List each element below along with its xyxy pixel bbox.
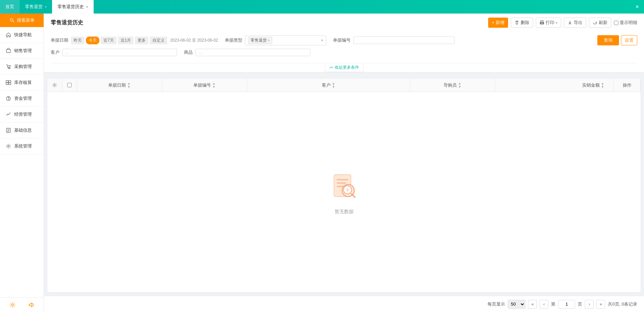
goods-label: 商品 <box>184 49 193 55</box>
page-header: 零售退货历史 + 新增 删除 打印 ▾ <box>44 14 644 72</box>
info-icon <box>5 127 11 133</box>
window-close-button[interactable]: × <box>630 0 644 14</box>
tab-retail-return-history-close[interactable]: × <box>86 5 88 9</box>
sidebar-item-system[interactable]: 系统管理 <box>0 138 44 154</box>
table-area: 单据日期 ▲▼ 单据编号 ▲▼ 客户 ▲▼ 导购员 ▲▼ <box>47 79 641 292</box>
tab-home-label: 首页 <box>5 4 14 10</box>
customer-placeholder: ... <box>65 50 69 55</box>
purchase-icon <box>5 64 11 70</box>
sidebar-nav: 快捷导航 销售管理 采购管理 库存核算 <box>0 27 44 297</box>
svg-rect-17 <box>541 21 543 22</box>
sidebar-item-basic-info[interactable]: 基础信息 <box>0 122 44 138</box>
sidebar-bottom <box>0 297 44 312</box>
th-amount[interactable]: 实销金额 ▲▼ <box>573 79 614 92</box>
refresh-button[interactable]: 刷新 <box>589 18 611 28</box>
pagination-bar: 每页显示 20 50 100 « ‹ 第 页 › » 共0页, 0条记录 <box>44 296 644 312</box>
sidebar-item-purchase-label: 采购管理 <box>14 64 32 70</box>
page-size-select[interactable]: 20 50 100 <box>508 300 525 309</box>
date-range-display: 2023-06-02 至 2023-06-02 <box>170 38 218 43</box>
date-btn-today[interactable]: 今天 <box>86 37 99 44</box>
svg-rect-2 <box>6 49 10 52</box>
tab-home[interactable]: 首页 <box>0 0 20 14</box>
table-header: 单据日期 ▲▼ 单据编号 ▲▼ 客户 ▲▼ 导购员 ▲▼ <box>47 79 641 92</box>
voucher-type-tag-remove[interactable]: × <box>268 38 270 42</box>
voucher-type-tag: 零售退货 × <box>248 37 272 44</box>
sidebar-item-quick-nav-label: 快捷导航 <box>14 32 32 38</box>
sidebar-item-system-label: 系统管理 <box>14 143 32 149</box>
filter-area: 单据日期 昨天 今天 近7天 近1月 更多 自定义 2023-06-02 至 2… <box>51 32 637 72</box>
empty-state: 暂无数据 <box>47 92 641 292</box>
date-btn-7days[interactable]: 近7天 <box>101 37 117 44</box>
prev-page-button[interactable]: ‹ <box>540 300 548 309</box>
th-guide[interactable]: 导购员 ▲▼ <box>410 79 495 92</box>
sort-customer-icon: ▲▼ <box>332 82 335 89</box>
inventory-icon <box>5 80 11 86</box>
date-btn-yesterday[interactable]: 昨天 <box>71 37 85 44</box>
th-settings[interactable] <box>47 79 62 92</box>
collapse-filter-button[interactable]: 收起更多条件 <box>325 63 363 72</box>
settings-button[interactable] <box>7 300 18 310</box>
first-page-button[interactable]: « <box>528 300 537 309</box>
select-all-checkbox[interactable] <box>67 83 72 87</box>
print-button[interactable]: 打印 ▾ <box>536 18 561 28</box>
main-layout: 搜索菜单 快捷导航 销售管理 采购管理 <box>0 14 644 312</box>
customer-label: 客户 <box>51 49 59 55</box>
th-customer[interactable]: 客户 ▲▼ <box>247 79 410 92</box>
filter-voucher-no: 单据编号 <box>333 37 455 44</box>
date-btn-1month[interactable]: 近1月 <box>118 37 134 44</box>
voucher-no-label: 单据编号 <box>333 37 351 43</box>
query-button[interactable]: 查询 <box>597 35 619 45</box>
sidebar-item-finance[interactable]: 资金管理 <box>0 91 44 107</box>
svg-rect-19 <box>541 23 543 24</box>
toolbar-buttons: + 新增 删除 打印 ▾ 导出 <box>488 18 637 28</box>
tab-retail-return-close[interactable]: × <box>45 5 47 9</box>
sidebar-search[interactable]: 搜索菜单 <box>0 14 44 27</box>
voucher-type-input[interactable]: 零售退货 × ▾ <box>245 36 326 45</box>
empty-illustration <box>327 170 361 203</box>
operations-icon <box>5 111 11 117</box>
next-page-button[interactable]: › <box>585 300 594 309</box>
svg-rect-8 <box>9 81 11 83</box>
page-number-input[interactable] <box>558 300 575 309</box>
collapse-label: 收起更多条件 <box>335 65 359 70</box>
date-btn-more[interactable]: 更多 <box>135 37 148 44</box>
voucher-no-input[interactable] <box>353 37 455 44</box>
svg-rect-6 <box>9 83 11 85</box>
svg-point-4 <box>9 68 10 69</box>
tab-retail-return[interactable]: 零售退货 × <box>20 0 52 14</box>
filter-settings-button[interactable]: 设置 <box>621 35 637 45</box>
voucher-date-label: 单据日期 <box>51 37 68 43</box>
th-checkbox[interactable] <box>62 79 77 92</box>
sort-voucher-icon: ▲▼ <box>212 82 216 89</box>
system-icon <box>5 143 11 149</box>
th-voucher-no[interactable]: 单据编号 ▲▼ <box>162 79 247 92</box>
page-word: 第 <box>551 301 555 307</box>
show-detail-input[interactable] <box>614 21 618 25</box>
sidebar-item-operations[interactable]: 经营管理 <box>0 107 44 122</box>
new-button[interactable]: + 新增 <box>488 18 508 28</box>
filter-row-1: 单据日期 昨天 今天 近7天 近1月 更多 自定义 2023-06-02 至 2… <box>51 35 637 45</box>
date-btn-custom[interactable]: 自定义 <box>150 37 167 44</box>
sidebar-item-quick-nav[interactable]: 快捷导航 <box>0 27 44 43</box>
page-title: 零售退货历史 <box>51 19 83 26</box>
sidebar: 搜索菜单 快捷导航 销售管理 采购管理 <box>0 14 44 312</box>
tab-list: 首页 零售退货 × 零售退货历史 × <box>0 0 630 14</box>
volume-button[interactable] <box>26 300 36 310</box>
filter-row-2: 客户 ... 商品 ... <box>51 49 637 60</box>
filter-goods: 商品 ... <box>184 49 310 56</box>
th-date[interactable]: 单据日期 ▲▼ <box>77 79 162 92</box>
sidebar-item-inventory[interactable]: 库存核算 <box>0 75 44 91</box>
sidebar-item-purchase-mgmt[interactable]: 采购管理 <box>0 59 44 75</box>
sidebar-item-inventory-label: 库存核算 <box>14 80 32 86</box>
show-detail-checkbox[interactable]: 显示明细 <box>614 20 637 26</box>
total-info: 共0页, 0条记录 <box>608 301 637 307</box>
goods-input[interactable]: ... <box>195 49 310 56</box>
customer-input[interactable]: ... <box>62 49 177 56</box>
export-button[interactable]: 导出 <box>564 18 586 28</box>
svg-line-1 <box>13 21 14 22</box>
last-page-button[interactable]: » <box>596 300 605 309</box>
sidebar-search-label: 搜索菜单 <box>17 17 34 23</box>
tab-retail-return-history[interactable]: 零售退货历史 × <box>52 0 93 14</box>
delete-button[interactable]: 删除 <box>511 18 533 28</box>
sidebar-item-sales-mgmt[interactable]: 销售管理 <box>0 43 44 59</box>
